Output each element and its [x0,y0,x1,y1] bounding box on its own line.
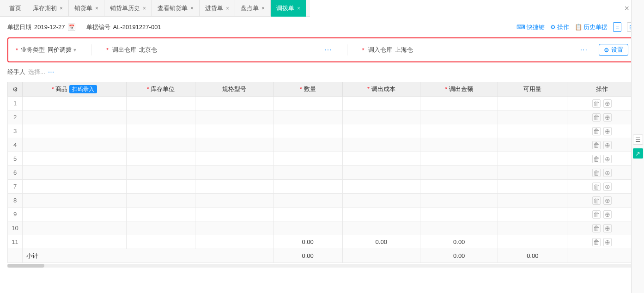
transfer-in-more-btn[interactable]: ··· [580,46,588,54]
cell-unit[interactable] [126,208,195,221]
close-tab-purchase[interactable]: × [226,5,229,12]
tab-sales-order[interactable]: 销货单 × [69,0,104,17]
transfer-out-more-btn[interactable]: ··· [324,46,332,54]
cell-product[interactable] [23,124,127,138]
tab-home[interactable]: 首页 [4,0,27,17]
cell-spec[interactable] [195,221,273,235]
handler-more-btn[interactable]: ··· [48,68,54,76]
tab-inventory-init[interactable]: 库存期初 × [27,0,69,17]
horizontal-scrollbar[interactable] [7,264,637,268]
cell-amount[interactable] [420,221,498,235]
copy-icon[interactable]: ⊕ [603,99,612,108]
delete-icon[interactable]: 🗑 [592,224,601,232]
cell-quantity[interactable] [273,124,342,138]
close-tab-sales-order[interactable]: × [95,5,98,12]
cell-product[interactable] [23,110,127,124]
operations-btn[interactable]: ⚙ 操作 [550,23,569,31]
copy-icon[interactable]: ⊕ [603,210,612,219]
tab-view-sales[interactable]: 查看销货单 × [152,0,200,17]
delete-icon[interactable]: 🗑 [592,113,601,122]
cell-spec[interactable] [195,110,273,124]
handler-input[interactable]: 选择... [28,68,45,76]
cell-amount[interactable] [420,97,498,110]
sidebar-export-icon[interactable]: ↗ [633,148,643,159]
cell-cost[interactable] [342,221,420,235]
cell-unit[interactable] [126,138,195,152]
close-tab-stocktake[interactable]: × [261,5,265,12]
cell-quantity[interactable] [273,110,342,124]
cell-product[interactable] [23,138,127,152]
cell-cost[interactable] [342,124,420,138]
delete-icon[interactable]: 🗑 [592,99,601,108]
cell-spec[interactable] [195,124,273,138]
cell-cost[interactable] [342,138,420,152]
delete-icon[interactable]: 🗑 [592,155,601,163]
cell-product[interactable] [23,180,127,194]
delete-icon[interactable]: 🗑 [592,210,601,219]
history-btn[interactable]: 📋 历史单据 [575,23,608,31]
cell-cost[interactable] [342,110,420,124]
cell-spec[interactable] [195,194,273,208]
cell-unit[interactable] [126,124,195,138]
cell-cost[interactable] [342,97,420,110]
cell-product[interactable] [23,152,127,166]
delete-icon[interactable]: 🗑 [592,196,601,205]
sidebar-list-icon[interactable]: ☰ [633,134,643,145]
close-tab-transfer[interactable]: × [297,5,300,12]
cell-amount[interactable] [420,208,498,221]
scrollbar-thumb[interactable] [7,264,44,268]
copy-icon[interactable]: ⊕ [603,141,612,149]
cell-spec[interactable] [195,97,273,110]
cell-amount[interactable] [420,110,498,124]
copy-icon[interactable]: ⊕ [603,196,612,205]
date-value[interactable]: 2019-12-27 [34,24,65,31]
shortcuts-btn[interactable]: ⌨ 快捷键 [516,23,545,31]
cell-product[interactable] [23,194,127,208]
cell-amount[interactable] [420,152,498,166]
col-settings[interactable]: ⚙ [8,82,23,97]
copy-icon[interactable]: ⊕ [603,169,612,177]
tab-sales-history[interactable]: 销货单历史 × [104,0,152,17]
cell-cost[interactable] [342,194,420,208]
copy-icon[interactable]: ⊕ [603,113,612,122]
cell-product[interactable] [23,208,127,221]
cell-unit[interactable] [126,97,195,110]
copy-icon[interactable]: ⊕ [603,238,612,246]
cell-cost[interactable] [342,152,420,166]
delete-icon[interactable]: 🗑 [592,141,601,149]
cell-quantity[interactable] [273,138,342,152]
scan-entry-button[interactable]: 扫码录入 [69,85,97,93]
close-tab-sales-history[interactable]: × [143,5,146,12]
cell-product[interactable] [23,221,127,235]
tab-purchase[interactable]: 进货单 × [200,0,235,17]
delete-icon[interactable]: 🗑 [592,238,601,246]
copy-icon[interactable]: ⊕ [603,127,612,135]
cell-quantity[interactable] [273,166,342,180]
cell-amount[interactable] [420,194,498,208]
delete-icon[interactable]: 🗑 [592,169,601,177]
cell-unit[interactable] [126,110,195,124]
tab-stocktake[interactable]: 盘点单 × [235,0,271,17]
cell-product[interactable] [23,166,127,180]
main-close-button[interactable]: × [624,4,629,13]
cell-quantity[interactable] [273,194,342,208]
cell-quantity[interactable] [273,221,342,235]
cell-product[interactable] [23,97,127,110]
cell-unit[interactable] [126,221,195,235]
cell-unit[interactable] [126,152,195,166]
cell-unit[interactable] [126,194,195,208]
tab-transfer[interactable]: 调拨单 × [271,0,306,17]
copy-icon[interactable]: ⊕ [603,183,612,191]
cell-cost[interactable] [342,166,420,180]
copy-icon[interactable]: ⊕ [603,224,612,232]
copy-icon[interactable]: ⊕ [603,155,612,163]
cell-unit[interactable] [126,166,195,180]
cell-quantity[interactable] [273,208,342,221]
close-tab-view-sales[interactable]: × [190,5,194,12]
cell-amount[interactable] [420,166,498,180]
business-type-select[interactable]: 同价调拨 ▾ [48,46,76,54]
cell-cost[interactable] [342,180,420,194]
cell-spec[interactable] [195,180,273,194]
delete-icon[interactable]: 🗑 [592,127,601,135]
date-picker-icon[interactable]: 📅 [68,24,75,31]
